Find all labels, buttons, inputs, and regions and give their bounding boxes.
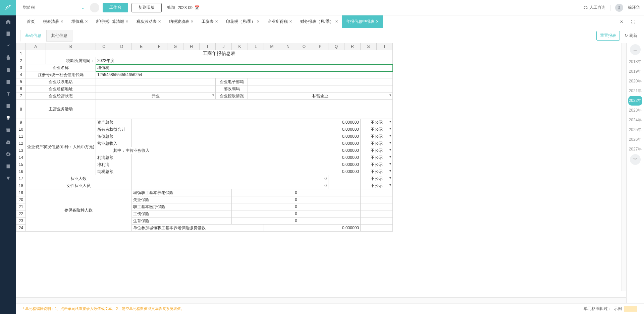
year-collapse-up-icon[interactable]: ︽ (630, 44, 641, 55)
period-label: 账期 (167, 5, 175, 10)
year-panel: ︽ 2018年2019年2020年2021年2022年2023年2024年202… (627, 43, 644, 303)
tab-年报信息申报表[interactable]: 年报信息申报表✕ (342, 15, 383, 28)
nav-home-icon[interactable] (0, 15, 16, 27)
tab-首页[interactable]: 首页 (23, 15, 39, 28)
tab-增值税[interactable]: 增值税✕ (67, 15, 92, 28)
year-2021年[interactable]: 2021年 (628, 86, 642, 96)
year-collapse-down-icon[interactable]: ︾ (630, 154, 641, 165)
chevron-down-icon: ⌄ (81, 5, 85, 10)
nav-doc-icon[interactable] (0, 64, 16, 76)
tab-财务报表（月/季）[interactable]: 财务报表（月/季）✕ (296, 15, 342, 28)
calendar-icon[interactable]: 📅 (195, 5, 200, 10)
bottom-bar: * 单元格编辑说明：1、点击单元格直接录入数值或文本。2、清空单元格数值或文本恢… (16, 303, 644, 314)
year-2019年[interactable]: 2019年 (628, 67, 642, 76)
period-value[interactable]: 2023-09 (178, 5, 193, 10)
close-icon[interactable]: ✕ (125, 19, 128, 24)
close-tab-button[interactable]: ✕ (617, 17, 626, 26)
sub-bar: 基础信息 其他信息 重置报表 ↻ 刷新 (16, 28, 644, 43)
nav-play-icon[interactable] (0, 160, 16, 172)
tab-印花税（月/季）[interactable]: 印花税（月/季）✕ (222, 15, 264, 28)
year-2018年[interactable]: 2018年 (628, 57, 642, 67)
document-tabs: 首页税表清册✕增值税✕所得税汇算清缴✕税负波动表✕纳税波动表✕工资表✕印花税（月… (16, 15, 644, 28)
subtab-other[interactable]: 其他信息 (46, 30, 72, 42)
nav-inbox-icon[interactable] (0, 136, 16, 148)
list-icon-button[interactable] (90, 3, 99, 12)
app-logo (0, 0, 16, 15)
nav-settings-icon[interactable] (0, 148, 16, 160)
divider (610, 5, 610, 11)
year-2025年[interactable]: 2025年 (628, 125, 642, 135)
nav-calc-icon[interactable] (0, 100, 16, 112)
nav-chart-icon[interactable] (0, 40, 16, 52)
top-bar: 增值税 ⌄ 工作台 切到旧版 账期 2023-09 📅 人工咨询 徐泽华 (16, 0, 644, 15)
edited-label: 单元格编辑过： (584, 306, 612, 312)
year-2024年[interactable]: 2024年 (628, 115, 642, 125)
year-2026年[interactable]: 2026年 (628, 135, 642, 144)
tab-税负波动表[interactable]: 税负波动表✕ (132, 15, 165, 28)
switch-old-button[interactable]: 切到旧版 (131, 3, 162, 12)
nav-tax-icon[interactable] (0, 112, 16, 124)
close-icon[interactable]: ✕ (289, 19, 292, 24)
example-swatch (624, 306, 637, 312)
company-name: 增值税 (23, 5, 35, 10)
close-icon[interactable]: ✕ (215, 19, 218, 24)
close-icon[interactable]: ✕ (376, 19, 379, 24)
left-nav (0, 0, 16, 314)
close-icon[interactable]: ✕ (60, 19, 63, 24)
nav-archive-icon[interactable] (0, 124, 16, 136)
company-dropdown[interactable]: 增值税 ⌄ (20, 3, 87, 13)
nav-bag-icon[interactable] (0, 52, 16, 64)
year-2027年[interactable]: 2027年 (628, 144, 642, 154)
horizontal-scrollbar[interactable] (16, 297, 626, 303)
nav-report-icon[interactable] (0, 76, 16, 88)
tab-企业所得税[interactable]: 企业所得税✕ (264, 15, 296, 28)
spreadsheet[interactable]: ABCDEFGHIJKLMNOPQRST1工商年报信息表2税款所属期间：2022… (16, 43, 626, 297)
subtab-basic[interactable]: 基础信息 (20, 30, 46, 42)
year-2023年[interactable]: 2023年 (628, 106, 642, 115)
year-2020年[interactable]: 2020年 (628, 76, 642, 86)
reset-report-button[interactable]: 重置报表 (596, 31, 620, 41)
consult-link[interactable]: 人工咨询 (583, 5, 605, 10)
nav-v-icon[interactable] (0, 172, 16, 184)
nav-font-icon[interactable] (0, 88, 16, 100)
example-label: 示例 (614, 306, 622, 312)
tab-税表清册[interactable]: 税表清册✕ (39, 15, 67, 28)
user-avatar[interactable] (615, 4, 623, 12)
close-icon[interactable]: ✕ (257, 19, 260, 24)
tab-纳税波动表[interactable]: 纳税波动表✕ (165, 15, 198, 28)
tab-工资表[interactable]: 工资表✕ (198, 15, 222, 28)
close-icon[interactable]: ✕ (158, 19, 161, 24)
tab-所得税汇算清缴[interactable]: 所得税汇算清缴✕ (92, 15, 132, 28)
expand-button[interactable]: ⛶ (629, 17, 637, 26)
year-2022年[interactable]: 2022年 (628, 96, 642, 106)
close-icon[interactable]: ✕ (191, 19, 194, 24)
vertical-scrollbar[interactable] (622, 43, 626, 291)
workbench-button[interactable]: 工作台 (103, 3, 128, 12)
user-name[interactable]: 徐泽华 (628, 5, 640, 10)
nav-ledger-icon[interactable] (0, 27, 16, 40)
edit-note: * 单元格编辑说明：1、点击单元格直接录入数值或文本。2、清空单元格数值或文本恢… (23, 306, 184, 311)
close-icon[interactable]: ✕ (335, 19, 338, 24)
refresh-button[interactable]: ↻ 刷新 (625, 33, 637, 39)
close-icon[interactable]: ✕ (85, 19, 88, 24)
